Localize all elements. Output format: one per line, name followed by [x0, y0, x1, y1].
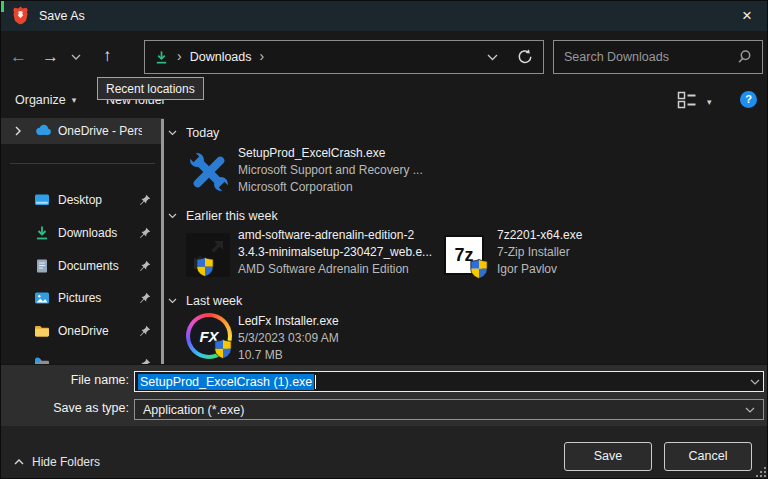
text-caret: [315, 375, 316, 389]
pictures-icon: [34, 290, 50, 306]
file-name-selected-text: SetupProd_ExcelCrash (1).exe: [138, 374, 314, 390]
pin-icon[interactable]: [139, 292, 151, 304]
file-item-7zip[interactable]: 7z2201-x64.exe 7-Zip Installer Igor Pavl…: [497, 227, 582, 278]
group-label: Earlier this week: [186, 209, 278, 223]
up-button[interactable]: ↑: [103, 47, 112, 64]
file-item-ledfx[interactable]: LedFx Installer.exe 5/3/2023 03:09 AM 10…: [238, 313, 339, 364]
uac-shield-icon: [214, 339, 232, 359]
pin-icon[interactable]: [139, 260, 151, 272]
sidebar-item-label: Pictures: [58, 291, 142, 305]
address-bar[interactable]: › Downloads ›: [144, 40, 544, 74]
file-name: LedFx Installer.exe: [238, 313, 339, 330]
downloads-location-icon: [154, 50, 169, 65]
save-button[interactable]: Save: [564, 442, 652, 471]
file-list: Today SetupProd_ExcelCrash.exe Microsoft…: [164, 113, 768, 364]
file-name: 3.4.3-minimalsetup-230427_web.e...: [238, 244, 432, 261]
file-detail: 5/3/2023 03:09 AM: [238, 330, 339, 347]
forward-button[interactable]: →: [42, 48, 59, 65]
navigation-pane: OneDrive - Personal Desktop Downloads: [1, 113, 164, 364]
group-header-today[interactable]: Today: [168, 126, 219, 140]
save-as-type-select[interactable]: Application (*.exe): [134, 399, 764, 420]
support-recovery-icon: [186, 149, 232, 195]
breadcrumb-separator-icon[interactable]: ›: [260, 49, 265, 63]
organize-caret-icon: ▾: [72, 95, 77, 105]
cancel-button[interactable]: Cancel: [664, 442, 752, 471]
help-button[interactable]: ?: [740, 91, 757, 108]
breadcrumb-separator-icon: ›: [177, 49, 182, 63]
file-name: SetupProd_ExcelCrash.exe: [238, 145, 423, 162]
organize-button[interactable]: Organize ▾: [15, 93, 76, 107]
back-button[interactable]: ←: [10, 48, 27, 65]
group-header-last-week[interactable]: Last week: [168, 294, 242, 308]
group-chevron-icon: [168, 298, 177, 304]
group-chevron-icon: [168, 130, 177, 136]
sidebar-item-pictures[interactable]: Pictures: [1, 285, 164, 311]
resize-grip[interactable]: [754, 465, 767, 478]
file-item-setupprod[interactable]: SetupProd_ExcelCrash.exe Microsoft Suppo…: [238, 145, 423, 196]
chevron-up-icon: [14, 459, 24, 465]
save-as-type-chevron-icon[interactable]: [745, 407, 755, 413]
save-as-dialog: Save As × ← → ↑ › Downloads ›: [0, 0, 768, 479]
file-name: amd-software-adrenalin-edition-2: [238, 227, 432, 244]
close-button[interactable]: ×: [733, 4, 761, 28]
sidebar-item-partial[interactable]: [1, 351, 164, 364]
save-as-type-label: Save as type:: [1, 401, 129, 415]
hide-folders-button[interactable]: Hide Folders: [14, 455, 100, 469]
folder-icon: [34, 323, 50, 339]
group-header-earlier-this-week[interactable]: Earlier this week: [168, 209, 278, 223]
sidebar-item-label: OneDrive: [58, 324, 142, 338]
search-icon[interactable]: [736, 49, 752, 65]
file-detail: Microsoft Corporation: [238, 179, 423, 196]
expand-chevron-icon[interactable]: [15, 126, 21, 136]
title-bar: Save As ×: [1, 1, 768, 31]
file-name-input[interactable]: SetupProd_ExcelCrash (1).exe: [134, 371, 764, 392]
uac-shield-icon: [470, 259, 488, 279]
file-detail: AMD Software Adrenalin Edition: [238, 261, 432, 278]
file-name-dropdown-chevron-icon[interactable]: [750, 379, 760, 385]
sidebar-item-label: Downloads: [58, 226, 142, 240]
file-name-label: File name:: [1, 373, 129, 387]
sidebar-item-downloads[interactable]: Downloads: [1, 220, 164, 246]
pin-icon[interactable]: [139, 325, 151, 337]
downloads-icon: [34, 225, 50, 241]
file-detail: 7-Zip Installer: [497, 244, 582, 261]
desktop-icon: [34, 192, 50, 208]
sidebar-item-desktop[interactable]: Desktop: [1, 187, 164, 213]
sidebar-item-onedrive-personal[interactable]: OneDrive - Personal: [1, 118, 164, 144]
folder-icon: [34, 356, 50, 364]
sidebar-item-label: Documents: [58, 259, 142, 273]
sidebar-item-label: OneDrive - Personal: [58, 124, 142, 138]
group-label: Last week: [186, 294, 242, 308]
file-detail: Microsoft Support and Recovery ...: [238, 162, 423, 179]
sidebar-divider: [10, 163, 155, 164]
save-as-type-value: Application (*.exe): [143, 403, 244, 417]
recent-locations-tooltip: Recent locations: [97, 77, 204, 100]
organize-label: Organize: [15, 93, 66, 107]
ledfx-icon: FX: [186, 313, 232, 359]
file-item-amd[interactable]: amd-software-adrenalin-edition-2 3.4.3-m…: [238, 227, 432, 278]
view-mode-icon[interactable]: [677, 91, 697, 109]
amd-icon: [186, 233, 230, 277]
brave-shield-icon: [12, 6, 29, 25]
sidebar-item-documents[interactable]: Documents: [1, 253, 164, 279]
pin-icon[interactable]: [139, 194, 151, 206]
search-box[interactable]: [553, 40, 763, 74]
pin-icon[interactable]: [139, 227, 151, 239]
page-edge-sliver: [1, 1, 4, 12]
refresh-icon[interactable]: [516, 48, 534, 66]
dialog-footer: Hide Folders Save Cancel: [1, 426, 768, 479]
uac-shield-icon: [196, 257, 214, 277]
search-input[interactable]: [564, 50, 736, 64]
file-detail: Igor Pavlov: [497, 261, 582, 278]
file-detail: 10.7 MB: [238, 347, 339, 364]
breadcrumb-downloads[interactable]: Downloads: [190, 50, 252, 64]
recent-locations-chevron-icon[interactable]: [71, 54, 81, 60]
sidebar-item-label: Desktop: [58, 193, 142, 207]
onedrive-cloud-icon: [34, 123, 52, 136]
file-name: 7z2201-x64.exe: [497, 227, 582, 244]
view-mode-caret-icon[interactable]: ▾: [707, 97, 712, 107]
address-dropdown-chevron-icon[interactable]: [487, 54, 498, 61]
sidebar-item-onedrive-folder[interactable]: OneDrive: [1, 318, 164, 344]
documents-icon: [34, 258, 50, 274]
file-name-panel: File name: SetupProd_ExcelCrash (1).exe …: [1, 364, 768, 426]
